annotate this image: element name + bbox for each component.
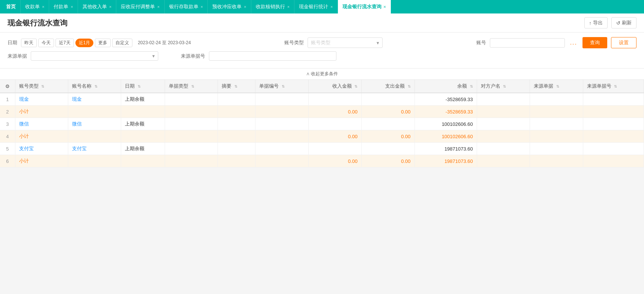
source-doc-no-label: 来源单据号 [181,53,205,60]
date-btn-yesterday[interactable]: 昨天 [21,39,37,47]
col-account-type-label: 账号类型 [19,83,39,89]
source-doc-no-input[interactable] [209,51,336,61]
export-icon: ↑ [589,20,592,26]
table-cell-source_doc [530,130,583,143]
sort-icon[interactable]: ⇅ [282,84,285,88]
table-row: 1现金现金上期余额-3528659.33 [0,93,644,106]
col-doc-no-label: 单据编号 [259,83,279,89]
close-icon[interactable]: × [244,4,246,9]
sort-icon[interactable]: ⇅ [41,84,44,88]
sort-icon[interactable]: ⇅ [95,84,98,88]
table-cell-doc_no [255,130,308,143]
table-cell-counterpart [477,130,530,143]
sort-icon[interactable]: ⇅ [556,84,559,88]
nav-item-ar-ap-adjust[interactable]: 应收应付调整单 × [116,0,164,13]
col-date-label: 日期 [125,83,135,89]
sort-icon[interactable]: ⇅ [614,84,617,88]
nav-item-bank-deposit[interactable]: 银行存取款单 × [165,0,208,13]
table-cell-date: 上期余额 [121,143,165,155]
sort-icon[interactable]: ⇅ [234,84,237,88]
close-icon[interactable]: × [330,4,333,9]
collapse-bar[interactable]: ∧ 收起更多条件 [0,69,644,80]
table-cell-account_name[interactable]: 微信 [68,118,121,130]
nav-item-bank-stats[interactable]: 现金银行统计 × [294,0,338,13]
table-cell-account_type[interactable]: 支付宝 [15,143,68,155]
table-cell-expense [362,118,414,130]
table-cell-row_num: 4 [0,130,15,143]
table-cell-doc_type [165,155,218,167]
col-doc-type: 单据类型 ⇅ [165,80,218,93]
close-icon[interactable]: × [71,4,73,9]
col-account-name-label: 账号名称 [72,83,92,89]
sort-icon[interactable]: ⇅ [470,84,473,88]
close-icon[interactable]: × [109,4,111,9]
table-cell-income [308,93,361,106]
refresh-button[interactable]: ↺ 刷新 [611,17,636,28]
col-summary: 摘要 ⇅ [218,80,255,93]
date-btn-custom[interactable]: 自定义 [112,39,132,47]
nav-item-bank-flow[interactable]: 现金银行流水查询 × [338,0,391,13]
close-icon[interactable]: × [287,4,290,9]
export-button[interactable]: ↑ 导出 [584,17,608,28]
date-btn-more[interactable]: 更多 [95,39,111,47]
account-input[interactable] [490,38,565,48]
account-type-select[interactable]: 账号类型 ▾ [308,37,383,48]
table-cell-account_name[interactable]: 支付宝 [68,143,121,155]
table-cell-source_doc_no [583,106,644,118]
nav-item-payment[interactable]: 付款单 × [49,0,78,13]
close-icon[interactable]: × [157,4,159,9]
table-cell-date [121,130,165,143]
date-btn-7days[interactable]: 近7天 [56,39,74,47]
table-cell-account_name[interactable]: 现金 [68,93,121,106]
table-cell-source_doc [530,143,583,155]
nav-item-collection-exec[interactable]: 收款核销执行 × [251,0,294,13]
date-btn-today[interactable]: 今天 [38,39,54,47]
sort-icon[interactable]: ⇅ [191,84,194,88]
table-cell-account_type[interactable]: 微信 [15,118,68,130]
col-source-doc: 来源单据 ⇅ [530,80,583,93]
col-balance-label: 余额 [457,83,467,89]
sort-icon[interactable]: ⇅ [503,84,506,88]
sort-icon[interactable]: ⇅ [138,84,141,88]
table-cell-source_doc_no [583,155,644,167]
gear-icon[interactable]: ⚙ [5,84,10,89]
nav-item-receipt[interactable]: 收款单 × [21,0,49,13]
page-title: 现金银行流水查询 [8,18,68,28]
col-income-label: 收入金额 [332,83,352,89]
table-cell-summary [218,93,255,106]
table-cell-source_doc [530,118,583,130]
table-cell-income: 0.00 [308,106,361,118]
close-icon[interactable]: × [201,4,203,9]
table-cell-account_type[interactable]: 现金 [15,93,68,106]
settings-button[interactable]: 设置 [611,37,636,48]
nav-item-prepay-offset[interactable]: 预收冲应收单 × [208,0,251,13]
table-cell-income [308,143,361,155]
date-btn-1month[interactable]: 近1月 [75,39,94,47]
nav-item-home[interactable]: 首页 [2,0,21,13]
table-row: 2小计0.000.00-3528659.33 [0,106,644,118]
query-button[interactable]: 查询 [582,37,607,48]
table-cell-income: 0.00 [308,155,361,167]
sort-icon[interactable]: ⇅ [354,84,357,88]
table-cell-doc_type [165,118,218,130]
table-cell-balance: -3528659.33 [414,106,477,118]
table-cell-date: 上期余额 [121,93,165,106]
table-cell-expense: 0.00 [362,106,414,118]
table-row: 5支付宝支付宝上期余额19871073.60 [0,143,644,155]
close-icon[interactable]: × [384,4,386,9]
table-cell-doc_no [255,93,308,106]
account-type-label: 账号类型 [284,39,304,46]
table-cell-source_doc_no [583,143,644,155]
sort-icon[interactable]: ⇅ [408,84,411,88]
source-doc-select[interactable]: ▾ [31,51,158,61]
table-header-row: ⚙ 账号类型 ⇅ 账号名称 ⇅ 日期 ⇅ 单据类型 ⇅ [0,80,644,93]
table-cell-balance: 100102606.60 [414,130,477,143]
chevron-down-icon: ▾ [152,53,155,59]
dots-button[interactable]: ... [569,39,579,46]
table-cell-source_doc [530,106,583,118]
table-cell-doc_no [255,155,308,167]
nav-item-other-income[interactable]: 其他收入单 × [78,0,116,13]
close-icon[interactable]: × [42,4,44,9]
col-income: 收入金额 ⇅ [308,80,361,93]
table-cell-expense [362,143,414,155]
